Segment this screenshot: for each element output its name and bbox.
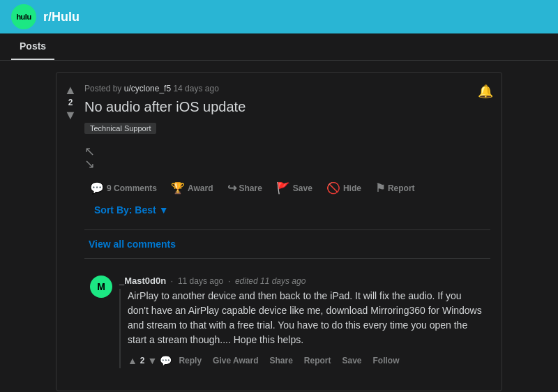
header: hulu r/Hulu	[0, 0, 558, 33]
comment-meta: _Mast0d0n · 11 days ago · edited 11 days…	[119, 276, 485, 286]
share-button[interactable]: ↪ Share	[222, 177, 268, 199]
sort-section: Sort By: Best ▼	[84, 199, 490, 224]
main-content: 🔔 ▲ 2 ▼ Posted by u/cyclone_f5 14 days a…	[0, 61, 558, 392]
hide-icon: 🚫	[326, 181, 340, 195]
sort-label: Sort By: Best	[94, 204, 156, 216]
post-time: 14 days ago	[173, 84, 218, 93]
post-author[interactable]: u/cyclone_f5	[124, 84, 171, 93]
comments-button[interactable]: 💬 9 Comments	[84, 177, 163, 199]
comment-username[interactable]: _Mast0d0n	[119, 276, 166, 286]
crosspost-icon: ↖↘	[84, 145, 490, 170]
report-label: Report	[388, 183, 415, 193]
award-label: Award	[188, 183, 213, 193]
comment-time: 11 days ago	[178, 276, 223, 286]
vote-count: 2	[68, 98, 73, 107]
save-icon: 🚩	[276, 181, 290, 195]
hulu-logo: hulu	[11, 4, 36, 29]
tab-posts[interactable]: Posts	[11, 33, 54, 60]
reply-button[interactable]: Reply	[174, 353, 206, 368]
share-icon: ↪	[227, 181, 236, 195]
comment-save-button[interactable]: Save	[338, 353, 366, 368]
post-body: Posted by u/cyclone_f5 14 days ago No au…	[84, 78, 496, 385]
comment-section: M _Mast0d0n · 11 days ago · edited 11 da…	[84, 264, 490, 379]
comment-icon: 💬	[160, 355, 172, 366]
report-button[interactable]: ⚑ Report	[370, 177, 421, 199]
save-button[interactable]: 🚩 Save	[271, 177, 318, 199]
report-icon: ⚑	[375, 181, 385, 195]
divider	[84, 229, 490, 230]
save-label: Save	[293, 183, 312, 193]
comment-actions: ▲ 2 ▼ 💬 Reply Give Award Share Report	[128, 353, 485, 368]
comment-edited: edited 11 days ago	[235, 276, 306, 286]
comments-icon: 💬	[90, 181, 104, 195]
post-layout: ▲ 2 ▼ Posted by u/cyclone_f5 14 days ago…	[56, 78, 496, 385]
comment-vote-count: 2	[140, 356, 145, 365]
comment-body: _Mast0d0n · 11 days ago · edited 11 days…	[119, 276, 485, 368]
divider-2	[84, 258, 490, 259]
award-button[interactable]: 🏆 Award	[165, 177, 218, 199]
comment-vote: ▲ 2 ▼	[128, 355, 157, 366]
comment-avatar: M	[90, 276, 112, 298]
comment-share-button[interactable]: Share	[265, 353, 296, 368]
post-title: No audio after iOS update	[84, 98, 490, 116]
comment-downvote-button[interactable]: ▼	[148, 355, 158, 366]
sort-chevron-icon: ▼	[159, 204, 169, 216]
flair-tag[interactable]: Technical Support	[84, 123, 156, 134]
tab-bar: Posts	[0, 33, 558, 61]
downvote-button[interactable]: ▼	[64, 109, 77, 121]
comment-thread-container: AirPlay to another device and then back …	[119, 289, 485, 368]
give-award-button[interactable]: Give Award	[209, 353, 262, 368]
comment-report-button[interactable]: Report	[300, 353, 335, 368]
hide-label: Hide	[343, 183, 361, 193]
comment-upvote-button[interactable]: ▲	[128, 355, 137, 366]
hide-button[interactable]: 🚫 Hide	[321, 177, 367, 199]
upvote-button[interactable]: ▲	[64, 84, 77, 96]
post-actions: 💬 9 Comments 🏆 Award ↪ Share 🚩 Save	[84, 177, 490, 199]
post-meta: Posted by u/cyclone_f5 14 days ago	[84, 84, 490, 93]
post-card: 🔔 ▲ 2 ▼ Posted by u/cyclone_f5 14 days a…	[56, 72, 502, 391]
comments-label: 9 Comments	[107, 183, 157, 193]
comment-text: AirPlay to another device and then back …	[128, 289, 485, 347]
comment-follow-button[interactable]: Follow	[369, 353, 404, 368]
sort-button[interactable]: Sort By: Best ▼	[90, 202, 173, 218]
notification-bell-icon[interactable]: 🔔	[478, 84, 493, 99]
vote-column: ▲ 2 ▼	[56, 78, 84, 385]
subreddit-title: r/Hulu	[43, 10, 80, 24]
award-icon: 🏆	[171, 181, 185, 195]
view-all-comments-link[interactable]: View all comments	[84, 236, 490, 252]
comment-item: M _Mast0d0n · 11 days ago · edited 11 da…	[90, 270, 485, 374]
share-label: Share	[239, 183, 262, 193]
